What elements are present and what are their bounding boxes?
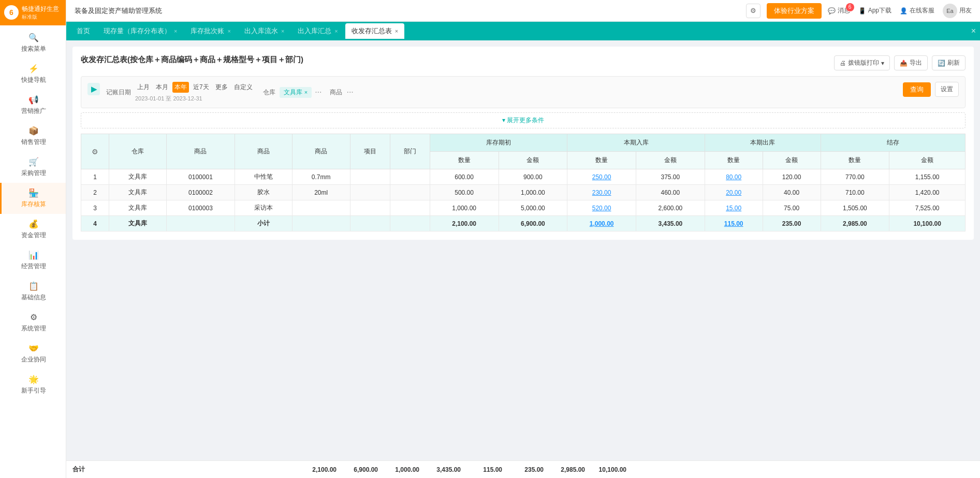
expand-more-button[interactable]: ▾ 展开更多条件 xyxy=(81,112,966,128)
shortcut-more[interactable]: 更多 xyxy=(213,82,230,93)
tab-inout-flow-close[interactable]: × xyxy=(281,28,284,34)
row-project xyxy=(350,185,390,200)
system-icon: ⚙ xyxy=(30,312,37,322)
refresh-button[interactable]: 🔄 刷新 xyxy=(932,55,966,70)
total-values: 2,100.00 6,900.00 1,000.00 3,435.00 115.… xyxy=(93,466,632,473)
row-out-qty[interactable]: 20.00 xyxy=(705,185,763,200)
row-in-qty[interactable]: 520.00 xyxy=(567,200,636,216)
warehouse-filter-row: 仓库 文具库 × ··· xyxy=(263,82,322,103)
goods-filter-row: 商品 ··· xyxy=(330,82,353,103)
sidebar-item-operations[interactable]: 📊 经营管理 xyxy=(0,245,66,276)
tab-inventory-dist-label: 现存量（库存分布表） xyxy=(104,26,171,36)
topbar-settings-button[interactable]: ⚙ xyxy=(746,4,760,18)
tab-recv-send-summary-close[interactable]: × xyxy=(395,28,398,34)
sidebar-nav: 🔍 搜索菜单 ⚡ 快捷导航 📢 营销推广 📦 销售管理 🛒 采购管理 🏪 库存核… xyxy=(0,25,66,478)
sidebar-item-quick[interactable]: ⚡ 快捷导航 xyxy=(0,59,66,90)
row-num: 3 xyxy=(81,200,109,216)
shortcut-this-year[interactable]: 本年 xyxy=(172,82,189,93)
sidebar-item-label: 企业协同 xyxy=(21,355,46,364)
shortcut-this-month[interactable]: 本月 xyxy=(154,82,170,93)
tabbar: 首页 现存量（库存分布表） × 库存批次账 × 出入库流水 × 出入库汇总 × … xyxy=(66,22,980,40)
table-container: ⚙ 仓库 商品 商品 商品 项目 部门 库存期初 本期入库 本期出库 结存 xyxy=(81,134,966,231)
logo-text: 畅捷通好生意 标准版 xyxy=(22,5,59,20)
row-in-qty[interactable]: 1,000.00 xyxy=(567,216,636,231)
operations-icon: 📊 xyxy=(28,250,39,260)
row-out-amt: 120.00 xyxy=(763,169,821,185)
sidebar-item-system[interactable]: ⚙ 系统管理 xyxy=(0,307,66,338)
print-icon: 🖨 xyxy=(840,60,846,67)
table-row: 4文具库小计2,100.006,900.001,000.003,435.0011… xyxy=(81,216,966,231)
tab-inout-summary[interactable]: 出入库汇总 × xyxy=(291,23,344,39)
row-out-amt: 40.00 xyxy=(763,185,821,200)
tab-home[interactable]: 首页 xyxy=(70,23,96,39)
row-out-qty[interactable]: 80.00 xyxy=(705,169,763,185)
row-goods-name: 小计 xyxy=(235,216,292,231)
main-area: 装备及固定资产辅助管理系统 ⚙ 体验行业方案 💬 消息 6 📱 App下载 👤 … xyxy=(66,0,980,478)
sidebar-item-purchase[interactable]: 🛒 采购管理 xyxy=(0,152,66,183)
total-out-qty: 115.00 xyxy=(466,466,507,473)
sidebar-item-corp[interactable]: 🤝 企业协同 xyxy=(0,338,66,369)
shortcut-custom[interactable]: 自定义 xyxy=(232,82,255,93)
settings-button[interactable]: 设置 xyxy=(935,82,959,97)
filter-toggle-button[interactable]: ▶ xyxy=(87,83,100,95)
row-project xyxy=(350,200,390,216)
sidebar-item-basic[interactable]: 📋 基础信息 xyxy=(0,276,66,307)
tabbar-close-all-button[interactable]: × xyxy=(971,26,976,36)
tab-batch-ledger-close[interactable]: × xyxy=(227,28,230,34)
th-settings[interactable]: ⚙ xyxy=(81,134,109,169)
shortcut-last-month[interactable]: 上月 xyxy=(135,82,152,93)
row-open-qty: 2,100.00 xyxy=(430,216,499,231)
row-out-qty[interactable]: 115.00 xyxy=(705,216,763,231)
th-department: 部门 xyxy=(390,134,430,169)
tab-inout-summary-close[interactable]: × xyxy=(334,28,338,34)
tab-inout-flow[interactable]: 出入库流水 × xyxy=(238,23,290,39)
tab-batch-ledger[interactable]: 库存批次账 × xyxy=(184,23,237,39)
th-warehouse: 仓库 xyxy=(109,134,166,169)
warehouse-tag-text: 文具库 xyxy=(284,88,302,97)
total-open-amt: 6,900.00 xyxy=(342,466,383,473)
app-download-item[interactable]: 📱 App下载 xyxy=(858,6,891,15)
warehouse-more-button[interactable]: ··· xyxy=(315,88,321,97)
print-button[interactable]: 🖨 拨镜版打印 ▾ xyxy=(834,55,890,70)
row-in-qty[interactable]: 250.00 xyxy=(567,169,636,185)
online-support-item[interactable]: 👤 在线客服 xyxy=(900,6,934,15)
refresh-icon: 🔄 xyxy=(938,60,945,67)
tab-inventory-dist-close[interactable]: × xyxy=(174,28,177,34)
row-num: 2 xyxy=(81,185,109,200)
row-department xyxy=(390,185,430,200)
sidebar-item-finance[interactable]: 💰 资金管理 xyxy=(0,214,66,245)
tab-inventory-dist[interactable]: 现存量（库存分布表） × xyxy=(97,23,183,39)
table-row: 3文具库0100003采访本1,000.005,000.00520.002,60… xyxy=(81,200,966,216)
sidebar-item-inventory[interactable]: 🏪 库存核算 xyxy=(0,183,66,214)
experience-button[interactable]: 体验行业方案 xyxy=(767,3,822,19)
sidebar-item-sales[interactable]: 📦 销售管理 xyxy=(0,121,66,152)
user-label: 用友 xyxy=(959,6,972,15)
message-item[interactable]: 💬 消息 6 xyxy=(828,6,850,15)
th-out-qty: 数量 xyxy=(705,152,763,169)
row-goods-code xyxy=(166,216,235,231)
total-close-qty: 2,985.00 xyxy=(549,466,590,473)
table-settings-icon[interactable]: ⚙ xyxy=(92,148,98,156)
support-icon: 👤 xyxy=(900,7,908,15)
row-out-qty[interactable]: 15.00 xyxy=(705,200,763,216)
row-warehouse: 文具库 xyxy=(109,200,166,216)
sidebar-item-guide[interactable]: 🌟 新手引导 xyxy=(0,369,66,400)
tab-recv-send-summary[interactable]: 收发存汇总表 × xyxy=(345,23,404,39)
row-open-qty: 600.00 xyxy=(430,169,499,185)
shortcut-last-7-days[interactable]: 近7天 xyxy=(191,82,211,93)
warehouse-tag[interactable]: 文具库 × xyxy=(280,87,312,98)
row-in-qty[interactable]: 230.00 xyxy=(567,185,636,200)
sidebar-item-search[interactable]: 🔍 搜索菜单 xyxy=(0,27,66,59)
th-goods-code: 商品 xyxy=(166,134,235,169)
marketing-icon: 📢 xyxy=(28,95,39,105)
goods-more-button[interactable]: ··· xyxy=(346,88,353,97)
query-button[interactable]: 查询 xyxy=(903,82,931,97)
tab-home-label: 首页 xyxy=(77,26,90,36)
user-item[interactable]: Ea 用友 xyxy=(943,4,972,18)
online-support-label: 在线客服 xyxy=(910,6,934,15)
th-open-qty: 数量 xyxy=(430,152,499,169)
sidebar-item-marketing[interactable]: 📢 营销推广 xyxy=(0,90,66,121)
export-button[interactable]: 📤 导出 xyxy=(894,55,928,70)
warehouse-tag-close[interactable]: × xyxy=(304,89,308,95)
tab-batch-ledger-label: 库存批次账 xyxy=(191,26,224,36)
